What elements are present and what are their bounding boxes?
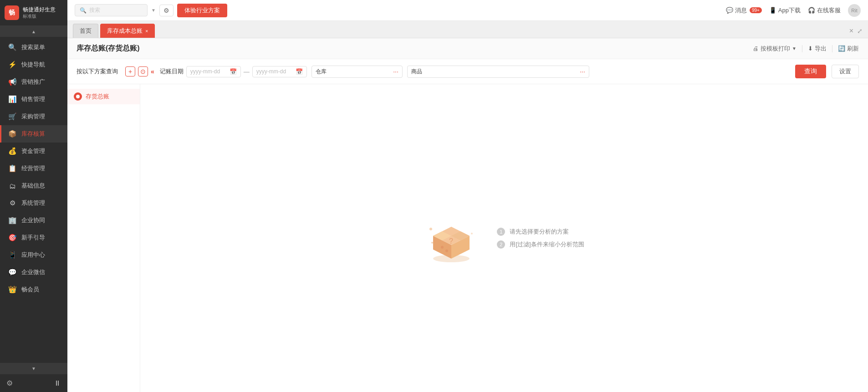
- newguide-icon: 🎯: [8, 234, 17, 242]
- filter-row: 按以下方案查询 + ⊙ « 记账日期 yyyy-mm-dd 📅 — yyyy-m…: [67, 59, 868, 84]
- goods-more-icon[interactable]: ···: [580, 68, 585, 75]
- app-name: 畅捷通好生意: [23, 6, 56, 14]
- filter-more-button[interactable]: ⊙: [138, 66, 148, 76]
- sidebar-item-wechat[interactable]: 💬 企业微信: [0, 264, 67, 281]
- divider2: [832, 45, 832, 52]
- scroll-down-arrow[interactable]: ▼: [0, 363, 67, 374]
- sidebar-item-label: 应用中心: [21, 251, 45, 259]
- page-header: 库存总账(存货总账) 🖨 按模板打印 ▼ ⬇ 导出 🔄 刷新: [67, 38, 868, 59]
- sidebar-item-label: 经营管理: [21, 164, 45, 173]
- online-service-label: 在线客服: [817, 6, 841, 15]
- goods-input[interactable]: 商品 ···: [407, 66, 589, 78]
- sidebar-item-operation[interactable]: 📋 经营管理: [0, 160, 67, 177]
- purchase-icon: 🛒: [8, 112, 17, 121]
- tip-text-2: 用[过滤]条件来缩小分析范围: [510, 240, 584, 249]
- refresh-icon: 🔄: [838, 45, 845, 52]
- warehouse-more-icon[interactable]: ···: [393, 68, 398, 75]
- shortcut-icon: ⚡: [8, 61, 17, 69]
- settings-button[interactable]: 设置: [832, 65, 859, 78]
- online-service-action[interactable]: 🎧 在线客服: [808, 6, 841, 15]
- scheme-panel: 存货总账: [67, 84, 868, 392]
- tip-text-1: 请先选择要分析的方案: [510, 228, 569, 236]
- calendar-start-icon[interactable]: 📅: [230, 68, 237, 75]
- tab-inventory-cost[interactable]: 库存成本总账 ×: [100, 24, 155, 38]
- tab-close-icon[interactable]: ×: [145, 28, 148, 34]
- date-start-input[interactable]: yyyy-mm-dd 📅: [186, 66, 241, 77]
- print-icon: 🖨: [753, 45, 759, 52]
- topbar-dropdown-arrow[interactable]: ▼: [151, 8, 156, 13]
- enterprise-icon: 🏢: [8, 216, 17, 224]
- panel-close-icon[interactable]: ×: [849, 27, 853, 35]
- print-dropdown-icon[interactable]: ▼: [792, 46, 797, 51]
- filter-fields: 记账日期 yyyy-mm-dd 📅 — yyyy-mm-dd 📅 仓库: [160, 66, 790, 78]
- topbar-left: 🔍 搜索 ▼ ⚙ 体验行业方案: [75, 4, 227, 17]
- tab-home[interactable]: 首页: [73, 24, 98, 38]
- refresh-button[interactable]: 🔄 刷新: [838, 45, 859, 53]
- query-button[interactable]: 查询: [795, 65, 826, 78]
- sales-icon: 📊: [8, 95, 17, 103]
- system-icon: ⚙: [8, 199, 17, 207]
- sidebar-item-newguide[interactable]: 🎯 新手引导: [0, 229, 67, 246]
- print-button[interactable]: 🖨 按模板打印 ▼: [753, 45, 797, 53]
- scheme-icon: [74, 92, 82, 101]
- marketing-icon: 📢: [8, 78, 17, 86]
- user-name: Rit: [851, 8, 857, 13]
- empty-tip-2: 2 用[过滤]条件来缩小分析范围: [497, 240, 584, 249]
- topbar-search-icon: 🔍: [80, 7, 87, 14]
- sidebar-item-label: 资金管理: [21, 147, 45, 155]
- svg-point-0: [76, 95, 80, 98]
- trial-button[interactable]: 体验行业方案: [177, 4, 227, 17]
- sidebar-item-label: 搜索菜单: [21, 43, 45, 51]
- topbar-search[interactable]: 🔍 搜索: [75, 4, 148, 16]
- sidebar-item-sales[interactable]: 📊 销售管理: [0, 91, 67, 108]
- empty-illustration: ?: [424, 211, 479, 265]
- tab-bar: 首页 库存成本总账 × × ⤢: [67, 21, 868, 38]
- app-download-action[interactable]: 📱 App下载: [769, 6, 801, 15]
- sidebar-item-inventory[interactable]: 📦 库存核算: [0, 125, 67, 143]
- settings-footer-icon[interactable]: ⚙: [6, 379, 13, 387]
- tab-inventory-cost-label: 库存成本总账: [107, 27, 143, 35]
- filter-label: 按以下方案查询: [77, 67, 118, 76]
- sidebar-item-purchase[interactable]: 🛒 采购管理: [0, 108, 67, 125]
- sidebar-item-marketing[interactable]: 📢 营销推广: [0, 73, 67, 91]
- app-edition: 标准版: [23, 13, 56, 20]
- operation-icon: 📋: [8, 164, 17, 173]
- sidebar-item-system[interactable]: ⚙ 系统管理: [0, 194, 67, 212]
- topbar-gear-button[interactable]: ⚙: [159, 5, 174, 16]
- date-end-placeholder: yyyy-mm-dd: [256, 68, 286, 75]
- sidebar-item-appcenter[interactable]: 📱 应用中心: [0, 246, 67, 264]
- sidebar-item-vip[interactable]: 👑 畅会员: [0, 281, 67, 298]
- filter-actions: + ⊙ «: [125, 66, 154, 76]
- panel-expand-icon[interactable]: ⤢: [857, 27, 863, 35]
- filter-collapse-button[interactable]: «: [151, 68, 154, 75]
- sidebar-item-search[interactable]: 🔍 搜索菜单: [0, 39, 67, 56]
- sidebar-item-enterprise[interactable]: 🏢 企业协同: [0, 212, 67, 229]
- export-button[interactable]: ⬇ 导出: [808, 45, 827, 53]
- audio-footer-icon[interactable]: ⏸: [54, 379, 61, 387]
- sidebar: 畅 畅捷通好生意 标准版 ▲ 🔍 搜索菜单 ⚡ 快捷导航 📢 营销推广 📊 销售…: [0, 0, 67, 392]
- sidebar-item-label: 企业协同: [21, 216, 45, 224]
- sidebar-item-shortcut[interactable]: ⚡ 快捷导航: [0, 56, 67, 73]
- filter-add-button[interactable]: +: [125, 66, 135, 76]
- user-avatar[interactable]: Rit: [848, 4, 861, 17]
- sidebar-item-finance[interactable]: 💰 资金管理: [0, 143, 67, 160]
- empty-inner: ? 1 请先选择要分析的方案: [424, 211, 584, 265]
- calendar-end-icon[interactable]: 📅: [296, 68, 303, 75]
- scheme-item-inventory-ledger[interactable]: 存货总账: [67, 89, 140, 104]
- message-action[interactable]: 💬 消息 99+: [726, 6, 762, 15]
- sidebar-item-label: 新手引导: [21, 234, 45, 242]
- date-end-input[interactable]: yyyy-mm-dd 📅: [252, 66, 307, 77]
- scroll-up-arrow[interactable]: ▲: [0, 26, 67, 37]
- warehouse-label: 仓库: [316, 68, 327, 76]
- empty-tips: 1 请先选择要分析的方案 2 用[过滤]条件来缩小分析范围: [497, 228, 584, 249]
- sidebar-item-label: 采购管理: [21, 112, 45, 121]
- sidebar-item-basic[interactable]: 🗂 基础信息: [0, 177, 67, 194]
- warehouse-input[interactable]: 仓库 ···: [311, 66, 403, 78]
- message-badge: 99+: [750, 7, 762, 13]
- phone-icon: 📱: [769, 7, 776, 14]
- topbar-right: 💬 消息 99+ 📱 App下载 🎧 在线客服 Rit: [726, 4, 861, 17]
- svg-text:?: ?: [449, 237, 453, 245]
- headset-icon: 🎧: [808, 7, 815, 14]
- logo-icon: 畅: [5, 5, 19, 20]
- sidebar-item-label: 销售管理: [21, 95, 45, 103]
